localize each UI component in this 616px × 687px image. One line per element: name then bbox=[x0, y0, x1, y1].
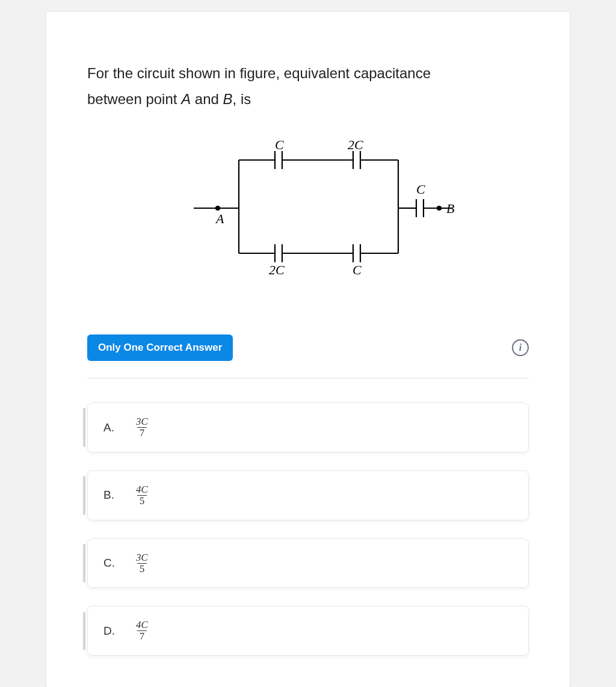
info-icon[interactable]: i bbox=[512, 339, 529, 356]
question-text: For the circuit shown in figure, equival… bbox=[87, 60, 529, 112]
option-letter: C. bbox=[103, 556, 118, 570]
fraction-denominator: 7 bbox=[137, 427, 147, 439]
option-fraction: 4C 7 bbox=[135, 620, 149, 642]
option-fraction: 4C 5 bbox=[135, 484, 149, 507]
question-card: For the circuit shown in figure, equival… bbox=[46, 12, 570, 687]
circuit-svg: A B C 2C 2C C C bbox=[152, 130, 464, 286]
option-accent bbox=[83, 544, 85, 583]
fraction-numerator: 4C bbox=[135, 620, 149, 630]
option-accent bbox=[83, 476, 85, 515]
fraction-denominator: 7 bbox=[137, 630, 147, 642]
q-pointB: B bbox=[223, 91, 233, 107]
fraction-numerator: 3C bbox=[135, 416, 149, 427]
option-d[interactable]: D. 4C 7 bbox=[87, 606, 529, 656]
svg-point-1 bbox=[216, 206, 220, 210]
q-line1: For the circuit shown in figure, equival… bbox=[87, 65, 431, 81]
q-pointA: A bbox=[181, 91, 191, 107]
option-letter: D. bbox=[103, 624, 118, 638]
label-cap-right: C bbox=[416, 182, 425, 197]
option-a[interactable]: A. 3C 7 bbox=[87, 402, 529, 452]
fraction-denominator: 5 bbox=[137, 495, 147, 507]
circuit-diagram: A B C 2C 2C C C bbox=[87, 130, 529, 286]
option-letter: B. bbox=[103, 488, 118, 502]
option-b[interactable]: B. 4C 5 bbox=[87, 470, 529, 520]
option-c[interactable]: C. 3C 5 bbox=[87, 538, 529, 588]
label-A: A bbox=[215, 211, 224, 226]
fraction-numerator: 3C bbox=[135, 552, 149, 563]
option-accent bbox=[83, 408, 85, 447]
option-accent bbox=[83, 612, 85, 651]
option-fraction: 3C 7 bbox=[135, 416, 149, 439]
badge-row: Only One Correct Answer i bbox=[87, 334, 529, 378]
option-letter: A. bbox=[103, 421, 118, 434]
answer-type-badge: Only One Correct Answer bbox=[87, 334, 233, 361]
fraction-denominator: 5 bbox=[137, 563, 147, 575]
option-fraction: 3C 5 bbox=[135, 552, 149, 575]
svg-point-22 bbox=[437, 206, 441, 210]
fraction-numerator: 4C bbox=[135, 484, 149, 495]
label-cap-bottom-right: C bbox=[353, 262, 362, 277]
label-B: B bbox=[446, 201, 454, 216]
q-line2-post: , is bbox=[233, 91, 251, 107]
label-cap-top-right: 2C bbox=[348, 137, 363, 152]
q-line2-mid: and bbox=[191, 91, 223, 107]
label-cap-bottom-left: 2C bbox=[269, 262, 285, 277]
label-cap-top-left: C bbox=[275, 137, 284, 152]
q-line2-pre: between point bbox=[87, 91, 181, 107]
